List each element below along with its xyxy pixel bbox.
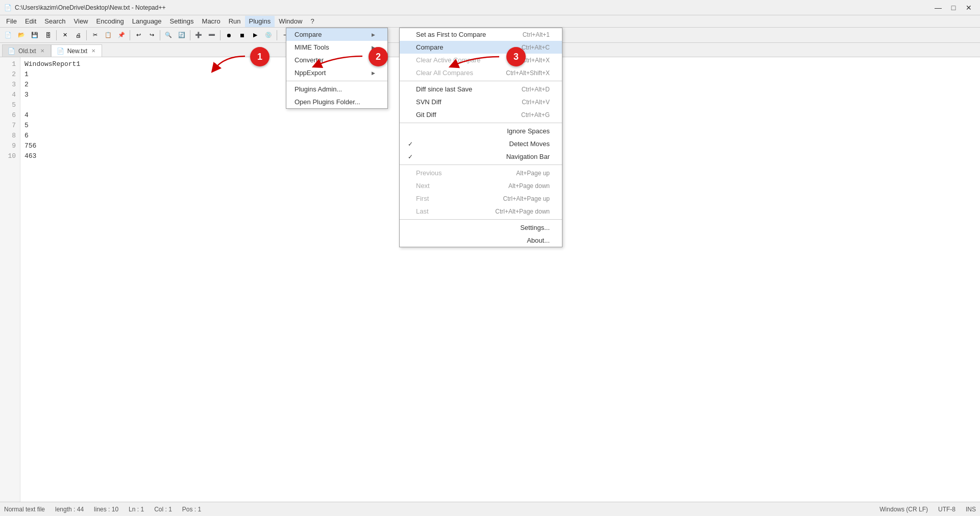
tb-redo[interactable]: ↪	[145, 29, 158, 41]
compare-last[interactable]: Last Ctrl+Alt+Page down	[400, 205, 562, 218]
compare-previous[interactable]: Previous Alt+Page up	[400, 167, 562, 179]
plugins-open-folder-label: Open Plugins Folder...	[295, 98, 360, 106]
tb-macro-save[interactable]: 💿	[262, 29, 275, 41]
plugins-compare[interactable]: Compare	[286, 28, 387, 41]
compare-nav-bar[interactable]: ✓ Navigation Bar	[400, 150, 562, 163]
compare-next-check	[408, 182, 416, 190]
compare-ignore-spaces[interactable]: Ignore Spaces	[400, 125, 562, 137]
tb-paste[interactable]: 📌	[115, 29, 128, 41]
sep1	[56, 30, 57, 40]
compare-sep1	[400, 81, 562, 81]
line-num-5: 5	[4, 100, 16, 110]
menu-encoding[interactable]: Encoding	[92, 16, 128, 27]
tb-macro-stop[interactable]: ⏹	[236, 29, 248, 41]
tab-new-close[interactable]: ✕	[90, 48, 96, 54]
plugins-converter-label: Converter	[295, 56, 324, 64]
compare-settings[interactable]: Settings...	[400, 221, 562, 234]
compare-clear-active-check	[408, 57, 416, 64]
title-text: C:\Users\kazim\OneDrive\Desktop\New.txt …	[15, 4, 165, 11]
sep2	[86, 30, 87, 40]
title-bar: 📄 C:\Users\kazim\OneDrive\Desktop\New.tx…	[0, 0, 980, 15]
tb-macro-play[interactable]: ▶	[249, 29, 261, 41]
title-bar-controls: — □ ✕	[931, 2, 976, 13]
status-length: length : 44	[55, 506, 84, 513]
compare-first[interactable]: First Ctrl+Alt+Page up	[400, 192, 562, 205]
compare-about-check	[408, 237, 416, 244]
compare-last-check	[408, 208, 416, 215]
compare-set-first[interactable]: Set as First to Compare Ctrl+Alt+1	[400, 28, 562, 41]
tb-zoom-in[interactable]: ➕	[192, 29, 205, 41]
compare-sep2	[400, 123, 562, 123]
tb-close[interactable]: ✕	[59, 29, 71, 41]
compare-first-check	[408, 195, 416, 202]
compare-git-diff[interactable]: Git Diff Ctrl+Alt+G	[400, 108, 562, 121]
status-type: Normal text file	[4, 506, 45, 513]
sep6	[220, 30, 220, 40]
tb-zoom-out[interactable]: ➖	[206, 29, 218, 41]
compare-clear-active[interactable]: Clear Active Compare Ctrl+Alt+X	[400, 54, 562, 66]
status-col: Col : 1	[154, 506, 172, 513]
tb-new[interactable]: 📄	[2, 29, 14, 41]
compare-compare-check	[408, 44, 416, 51]
menu-view[interactable]: View	[70, 16, 92, 27]
plugins-admin[interactable]: Plugins Admin...	[286, 83, 387, 96]
maximize-button[interactable]: □	[946, 2, 961, 13]
compare-sep4	[400, 219, 562, 220]
compare-sep3	[400, 165, 562, 165]
compare-nav-bar-check: ✓	[408, 153, 416, 160]
plugins-mime-label: MIME Tools	[295, 43, 329, 51]
menu-file[interactable]: File	[2, 16, 21, 27]
menu-window[interactable]: Window	[275, 16, 306, 27]
minimize-button[interactable]: —	[931, 2, 945, 13]
tb-copy[interactable]: 📋	[102, 29, 114, 41]
compare-next-label: Next	[416, 182, 430, 190]
tb-print[interactable]: 🖨	[72, 29, 84, 41]
plugins-nppexport[interactable]: NppExport	[286, 66, 387, 79]
tb-undo[interactable]: ↩	[132, 29, 144, 41]
tb-replace[interactable]: 🔄	[176, 29, 188, 41]
compare-about[interactable]: About...	[400, 234, 562, 247]
tab-old-close[interactable]: ✕	[39, 48, 45, 54]
tab-new[interactable]: 📄 New.txt ✕	[51, 44, 102, 57]
sep4	[160, 30, 160, 40]
compare-previous-label: Previous	[416, 169, 442, 177]
tb-open[interactable]: 📂	[15, 29, 28, 41]
step-2-label: 2	[376, 52, 381, 62]
menu-run[interactable]: Run	[225, 16, 245, 27]
tb-save[interactable]: 💾	[29, 29, 41, 41]
tb-cut[interactable]: ✂	[89, 29, 101, 41]
tab-old[interactable]: 📄 Old.txt ✕	[2, 44, 51, 57]
compare-next[interactable]: Next Alt+Page down	[400, 179, 562, 192]
compare-nav-bar-label: Navigation Bar	[506, 153, 550, 160]
compare-detect-moves[interactable]: ✓ Detect Moves	[400, 137, 562, 150]
menu-macro[interactable]: Macro	[198, 16, 225, 27]
status-encoding: UTF-8	[938, 506, 955, 513]
menu-help[interactable]: ?	[306, 16, 318, 27]
menu-settings[interactable]: Settings	[166, 16, 198, 27]
compare-diff-save[interactable]: Diff since last Save Ctrl+Alt+D	[400, 83, 562, 96]
line-num-8: 8	[4, 131, 16, 141]
status-ins: INS	[966, 506, 976, 513]
compare-first-label: First	[416, 195, 429, 202]
tb-find[interactable]: 🔍	[162, 29, 175, 41]
compare-compare[interactable]: Compare Ctrl+Alt+C	[400, 41, 562, 54]
step-2: 2	[369, 47, 388, 66]
tb-save-all[interactable]: 🗄	[42, 29, 54, 41]
close-button[interactable]: ✕	[962, 2, 976, 13]
compare-svn-diff-check	[408, 99, 416, 106]
tb-macro-rec[interactable]: ⏺	[223, 29, 235, 41]
title-bar-left: 📄 C:\Users\kazim\OneDrive\Desktop\New.tx…	[4, 4, 165, 11]
menu-plugins[interactable]: Plugins	[245, 16, 275, 27]
menu-edit[interactable]: Edit	[21, 16, 40, 27]
menu-search[interactable]: Search	[40, 16, 69, 27]
compare-clear-all[interactable]: Clear All Compares Ctrl+Alt+Shift+X	[400, 66, 562, 79]
compare-clear-all-shortcut: Ctrl+Alt+Shift+X	[491, 69, 550, 77]
compare-previous-check	[408, 170, 416, 177]
plugins-open-folder[interactable]: Open Plugins Folder...	[286, 96, 387, 108]
plugins-admin-label: Plugins Admin...	[295, 85, 342, 93]
plugins-nppexport-label: NppExport	[295, 69, 326, 77]
compare-git-diff-shortcut: Ctrl+Alt+G	[506, 111, 550, 119]
menu-language[interactable]: Language	[128, 16, 166, 27]
tab-new-icon: 📄	[57, 48, 64, 55]
compare-svn-diff[interactable]: SVN Diff Ctrl+Alt+V	[400, 96, 562, 108]
